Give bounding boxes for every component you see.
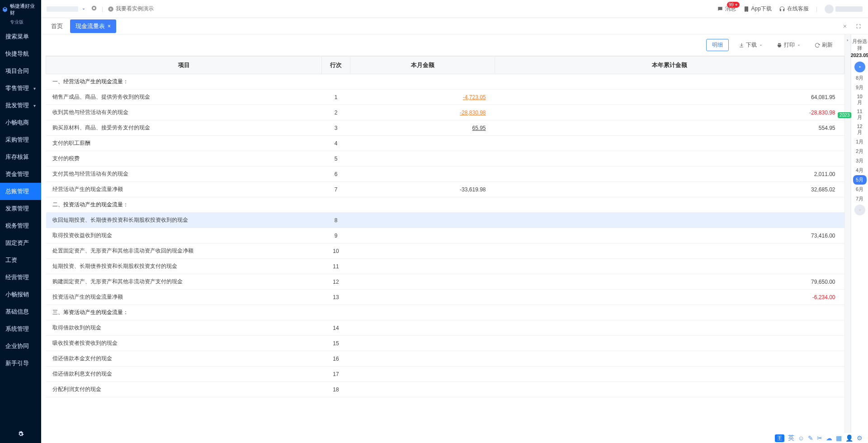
cell-month[interactable]: -4,723.05: [350, 90, 495, 105]
username-placeholder: [835, 6, 863, 12]
tab-home[interactable]: 首页: [46, 19, 68, 33]
sidebar-item[interactable]: 资金管理: [0, 166, 41, 183]
ime-lang[interactable]: 英: [788, 434, 794, 442]
panel-collapse-handle[interactable]: [844, 34, 851, 443]
ime-badge[interactable]: 王: [775, 434, 784, 442]
org-settings-icon[interactable]: [91, 5, 97, 13]
sidebar-item[interactable]: 零售管理▾: [0, 80, 41, 97]
tray-edit-icon[interactable]: ✎: [808, 434, 813, 442]
cell-line: 3: [322, 120, 350, 136]
month-option[interactable]: 8月: [853, 73, 867, 83]
table-row[interactable]: 吸收投资者投资收到的现金15: [46, 336, 844, 351]
table-row[interactable]: 购买原材料、商品、接受劳务支付的现金365.95554.95: [46, 120, 844, 136]
month-option[interactable]: 7月: [853, 194, 867, 204]
sidebar-item[interactable]: 新手引导: [0, 355, 41, 372]
table-row[interactable]: 取得投资收益收到的现金973,416.00: [46, 228, 844, 243]
month-option[interactable]: 6月: [853, 185, 867, 194]
tray-cloud-icon[interactable]: ☁: [826, 434, 832, 442]
messages-button[interactable]: 消息 99 +: [717, 5, 736, 13]
cell-line: 15: [322, 336, 350, 351]
table-row[interactable]: 支付其他与经营活动有关的现金62,011.00: [46, 167, 844, 182]
cell-month: [350, 74, 495, 90]
month-scroll-down[interactable]: [854, 205, 865, 215]
table-row[interactable]: 短期投资、长期债券投资和长期股权投资支付的现金11: [46, 259, 844, 274]
sidebar-item[interactable]: 批发管理▾: [0, 97, 41, 114]
sidebar-item[interactable]: 小畅报销: [0, 286, 41, 303]
cell-month: [350, 367, 495, 382]
sidebar-item[interactable]: 项目合同: [0, 62, 41, 80]
tray-grid-icon[interactable]: ▦: [836, 434, 842, 442]
table-row[interactable]: 偿还借款利息支付的现金17: [46, 367, 844, 382]
download-button[interactable]: 下载: [735, 39, 767, 51]
cell-month: -33,619.98: [350, 182, 495, 197]
table-row[interactable]: 支付的税费5: [46, 151, 844, 167]
cell-year: 73,416.00: [495, 228, 844, 243]
table-row[interactable]: 取得借款收到的现金14: [46, 320, 844, 336]
sidebar-item[interactable]: 快捷导航: [0, 45, 41, 62]
chevron-down-icon: ▾: [33, 103, 36, 108]
month-option[interactable]: 11月: [853, 107, 867, 122]
table-row[interactable]: 购建固定资产、无形资产和其他非流动资产支付的现金1279,650.00: [46, 274, 844, 290]
sidebar-item[interactable]: 发票管理: [0, 200, 41, 217]
table-row[interactable]: 经营活动产生的现金流量净额7-33,619.9832,685.02: [46, 182, 844, 197]
month-option[interactable]: 9月: [853, 83, 867, 92]
cell-month[interactable]: 65.95: [350, 120, 495, 136]
sidebar-item[interactable]: 企业协同: [0, 338, 41, 355]
sidebar-item[interactable]: 采购管理: [0, 131, 41, 148]
sidebar-item[interactable]: 总账管理: [0, 183, 41, 200]
app-download-button[interactable]: App下载: [743, 5, 772, 13]
cell-year: [495, 259, 844, 274]
sidebar-item[interactable]: 经营管理: [0, 269, 41, 286]
cell-project: 分配利润支付的现金: [46, 382, 322, 397]
table-row[interactable]: 收到其他与经营活动有关的现金2-28,830.98-28,830.98: [46, 105, 844, 120]
table-row[interactable]: 支付的职工薪酬4: [46, 136, 844, 151]
sidebar-item[interactable]: 基础信息: [0, 303, 41, 320]
cell-month[interactable]: -28,830.98: [350, 105, 495, 120]
sidebar-item[interactable]: 小畅电商: [0, 114, 41, 131]
table-row[interactable]: 三、筹资活动产生的现金流量：: [46, 305, 844, 320]
brand-name: 畅捷通好业财: [10, 3, 39, 16]
sidebar-item[interactable]: 税务管理: [0, 217, 41, 234]
tab-cashflow[interactable]: 现金流量表 ×: [70, 19, 116, 33]
month-option[interactable]: 3月: [853, 156, 867, 166]
refresh-button[interactable]: 刷新: [811, 39, 836, 51]
demo-link[interactable]: 我要看实例演示: [108, 5, 154, 13]
month-option[interactable]: 1月: [853, 137, 867, 147]
sidebar-item[interactable]: 工资: [0, 252, 41, 269]
customer-service-button[interactable]: 在线客服: [779, 5, 809, 13]
table-row[interactable]: 二、投资活动产生的现金流量：: [46, 197, 844, 213]
close-icon[interactable]: ×: [108, 23, 111, 29]
cell-line: [322, 197, 350, 213]
sidebar-item[interactable]: 系统管理: [0, 320, 41, 338]
month-option[interactable]: 2月: [853, 147, 867, 156]
print-button[interactable]: 打印: [773, 39, 805, 51]
table-row[interactable]: 偿还借款本金支付的现金16: [46, 351, 844, 367]
tray-person-icon[interactable]: 👤: [845, 434, 853, 442]
month-scroll-up[interactable]: [854, 62, 865, 72]
month-option[interactable]: 10月: [853, 92, 867, 107]
tray-gear-icon[interactable]: ⚙: [857, 434, 863, 442]
month-option[interactable]: 4月: [853, 166, 867, 175]
user-menu[interactable]: [825, 5, 863, 14]
settings-button[interactable]: [0, 426, 41, 443]
tray-scissors-icon[interactable]: ✂: [817, 434, 822, 442]
print-icon: [777, 43, 782, 48]
sidebar-item[interactable]: 库存核算: [0, 148, 41, 166]
month-option[interactable]: 5月: [853, 175, 867, 185]
table-row[interactable]: 收回短期投资、长期债券投资和长期股权投资收到的现金8: [46, 213, 844, 228]
org-selector[interactable]: [47, 6, 86, 12]
report-table-scroll[interactable]: 项目 行次 本月金额 本年累计金额 一、经营活动产生的现金流量：销售产成品、商品…: [46, 56, 844, 443]
sidebar-item-label: 资金管理: [5, 170, 29, 178]
detail-button[interactable]: 明细: [706, 39, 729, 51]
fullscreen-button[interactable]: [854, 21, 863, 31]
month-option[interactable]: 12月: [853, 122, 867, 137]
tray-smile-icon[interactable]: ☺: [798, 434, 804, 442]
tab-close-all-button[interactable]: [840, 21, 850, 31]
table-row[interactable]: 分配利润支付的现金18: [46, 382, 844, 397]
table-row[interactable]: 一、经营活动产生的现金流量：: [46, 74, 844, 90]
sidebar-item[interactable]: 固定资产: [0, 234, 41, 252]
table-row[interactable]: 投资活动产生的现金流量净额13-6,234.00: [46, 290, 844, 305]
table-row[interactable]: 处置固定资产、无形资产和其他非流动资产收回的现金净额10: [46, 243, 844, 259]
sidebar-item[interactable]: 搜索菜单: [0, 28, 41, 45]
table-row[interactable]: 销售产成品、商品、提供劳务收到的现金1-4,723.0564,081.95: [46, 90, 844, 105]
